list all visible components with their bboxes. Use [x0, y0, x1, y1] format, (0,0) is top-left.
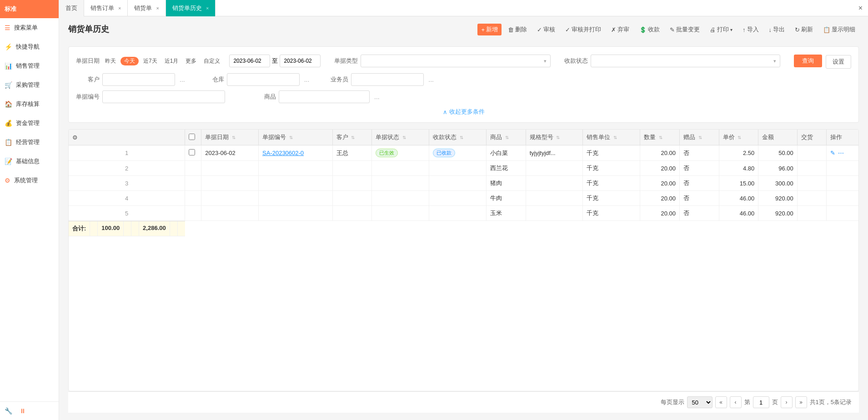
customer-input[interactable] — [102, 73, 175, 86]
row-gift: 否 — [679, 191, 719, 206]
abandon-button[interactable]: ✗ 弃审 — [607, 24, 633, 35]
col-gift[interactable]: 赠品 ⇅ — [679, 130, 719, 145]
import-button[interactable]: ↑ 导入 — [739, 24, 763, 35]
table-settings-icon[interactable]: ⚙ — [72, 134, 78, 141]
row-gift: 否 — [679, 145, 719, 161]
print-button[interactable]: 🖨 打印 ▾ — [706, 24, 736, 35]
sort-quantity-icon: ⇅ — [659, 135, 662, 140]
doc-no-input[interactable] — [102, 90, 225, 103]
row-checkbox[interactable] — [189, 149, 195, 155]
date-btn-7days[interactable]: 近7天 — [140, 57, 160, 65]
agent-input[interactable] — [351, 73, 424, 86]
window-close-button[interactable]: × — [853, 4, 868, 12]
filter-collapse-btn[interactable]: ∧ 收起更多条件 — [76, 108, 851, 116]
col-quantity[interactable]: 数量 ⇅ — [640, 130, 680, 145]
first-page-button[interactable]: « — [715, 396, 727, 408]
edit-action-btn[interactable]: ✎ — [830, 150, 835, 156]
more-action-btn[interactable]: ⋯ — [838, 150, 844, 156]
sidebar-item-system-mgmt[interactable]: ⚙ 系统管理 — [0, 171, 59, 190]
tab-home[interactable]: 首页 — [59, 0, 84, 16]
sidebar-item-search-menu[interactable]: ☰ 搜索菜单 — [0, 18, 59, 37]
show-detail-button[interactable]: 📋 显示明细 — [819, 24, 859, 35]
basic-info-icon: 📝 — [5, 158, 12, 165]
export-icon: ↓ — [769, 26, 772, 33]
sidebar-bottom-settings[interactable]: 🔧 ⏸ — [0, 402, 59, 420]
col-customer[interactable]: 客户 ⇅ — [332, 130, 372, 145]
sidebar-item-operation[interactable]: 📋 经营管理 — [0, 133, 59, 152]
sidebar-item-quick-nav[interactable]: ⚡ 快捷导航 — [0, 37, 59, 56]
sidebar-item-label: 资金管理 — [16, 119, 40, 127]
row-unit: 千克 — [583, 191, 640, 206]
tab-sales-order[interactable]: 销售订单 × — [84, 0, 128, 16]
row-date — [201, 161, 259, 176]
row-quantity: 20.00 — [640, 191, 680, 206]
goods-input[interactable] — [279, 90, 370, 103]
sidebar-item-purchase-mgmt[interactable]: 🛒 采购管理 — [0, 75, 59, 95]
system-mgmt-icon: ⚙ — [5, 177, 10, 184]
page-title: 销货单历史 — [68, 24, 109, 35]
warehouse-ellipsis[interactable]: ... — [302, 76, 311, 83]
pay-status-select[interactable]: ▾ — [591, 55, 780, 67]
doc-type-select[interactable]: ▾ — [361, 55, 550, 67]
tab-sales-delivery[interactable]: 销货单 × — [128, 0, 166, 16]
per-page-label: 每页显示 — [661, 398, 684, 406]
select-all-checkbox[interactable] — [189, 134, 195, 140]
delete-button[interactable]: 🗑 删除 — [504, 24, 531, 35]
goods-ellipsis[interactable]: ... — [372, 93, 381, 100]
approve-button[interactable]: ✓ 审核 — [533, 24, 559, 35]
sidebar-item-sales-mgmt[interactable]: 📊 销售管理 — [0, 56, 59, 75]
setting-button[interactable]: 设置 — [826, 55, 851, 69]
tab-close-sales-delivery[interactable]: × — [156, 5, 159, 11]
date-from-input[interactable] — [229, 55, 270, 67]
customer-ellipsis[interactable]: ... — [178, 76, 187, 83]
prev-page-button[interactable]: ‹ — [730, 396, 742, 408]
sidebar-item-basic-info[interactable]: 📝 基础信息 — [0, 152, 59, 171]
agent-ellipsis[interactable]: ... — [426, 76, 436, 83]
collect-button[interactable]: 💲 收款 — [636, 24, 663, 35]
next-page-button[interactable]: › — [781, 396, 793, 408]
col-pay-status[interactable]: 收款状态 ⇅ — [429, 130, 487, 145]
show-detail-label: 显示明细 — [832, 25, 855, 34]
doc-no-link[interactable]: SA-20230602-0 — [262, 150, 304, 156]
tab-close-sales-order[interactable]: × — [118, 5, 121, 11]
collapse-label: 收起更多条件 — [449, 108, 485, 116]
col-spec[interactable]: 规格型号 ⇅ — [526, 130, 583, 145]
tab-sales-history[interactable]: 销货单历史 × — [166, 0, 216, 16]
date-to-input[interactable] — [280, 55, 321, 67]
sidebar-item-inventory[interactable]: 🏠 库存核算 — [0, 95, 59, 114]
date-btn-yesterday[interactable]: 昨天 — [102, 57, 119, 65]
customer-label: 客户 — [76, 75, 100, 84]
row-quantity: 20.00 — [640, 145, 680, 161]
query-button[interactable]: 查询 — [794, 55, 822, 67]
col-doc-status[interactable]: 单据状态 ⇅ — [372, 130, 429, 145]
last-page-button[interactable]: » — [795, 396, 807, 408]
refresh-button[interactable]: ↻ 刷新 — [791, 24, 817, 35]
col-price-label: 单价 — [723, 134, 735, 140]
warehouse-input[interactable] — [227, 73, 300, 86]
filter-agent: 业务员 ... — [325, 73, 436, 86]
batch-change-button[interactable]: ✎ 批量变更 — [666, 24, 703, 35]
new-button[interactable]: + 新增 — [477, 24, 502, 35]
tab-close-sales-history[interactable]: × — [206, 5, 209, 11]
action-btns: ✎⋯ — [830, 150, 855, 156]
col-doc-no[interactable]: 单据编号 ⇅ — [259, 130, 333, 145]
col-date[interactable]: 单据日期 ⇅ — [201, 130, 259, 145]
date-btn-more[interactable]: 更多 — [183, 57, 199, 65]
col-settings[interactable]: ⚙ — [69, 130, 185, 145]
page-suffix: 页 — [772, 398, 778, 406]
sidebar-bottom: 🔧 ⏸ — [0, 401, 59, 420]
export-button[interactable]: ↓ 导出 — [765, 24, 789, 35]
filter-pay-status: 收款状态 ▾ — [564, 55, 780, 67]
date-btn-today[interactable]: 今天 — [120, 57, 139, 65]
col-unit[interactable]: 销售单位 ⇅ — [583, 130, 640, 145]
approve-print-button[interactable]: ✓ 审核并打印 — [562, 24, 605, 35]
per-page-select[interactable]: 50 100 — [687, 396, 712, 408]
sidebar-item-finance[interactable]: 💰 资金管理 — [0, 114, 59, 133]
pay-status-badge: 已收款 — [433, 149, 455, 157]
col-goods[interactable]: 商品 ⇅ — [486, 130, 526, 145]
date-btn-custom[interactable]: 自定义 — [201, 57, 223, 65]
col-price[interactable]: 单价 ⇅ — [719, 130, 758, 145]
date-btn-1month[interactable]: 近1月 — [162, 57, 181, 65]
page-number-input[interactable] — [753, 396, 769, 408]
print-label: 打印 — [717, 25, 729, 34]
